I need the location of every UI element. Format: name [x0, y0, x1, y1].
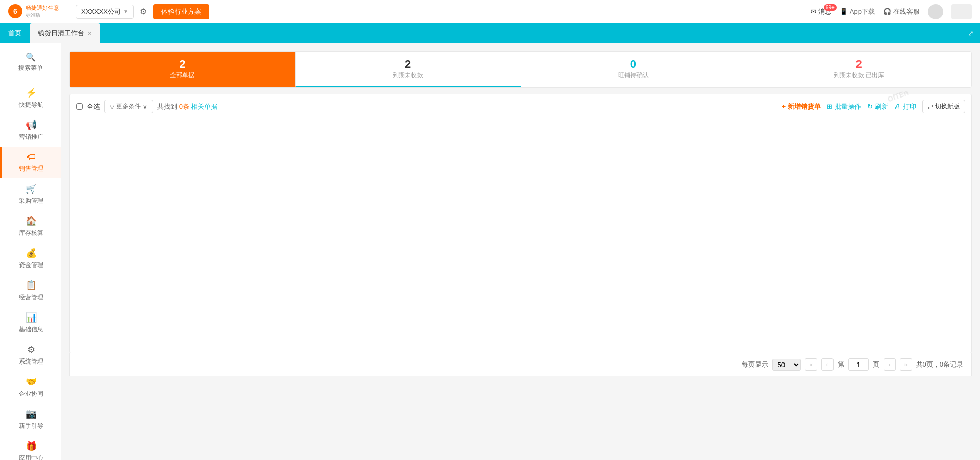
- chevron-down-icon: ▼: [123, 9, 128, 14]
- jichu-icon: 📊: [26, 312, 37, 323]
- switch-icon: ⇄: [928, 103, 933, 110]
- app-download-btn[interactable]: 📱 App下载: [840, 7, 875, 16]
- logo-text-block: 畅捷通好生意 标准版: [26, 4, 59, 18]
- sidebar-item-label-zijin: 资金管理: [19, 261, 43, 270]
- sidebar-item-xinshou[interactable]: 📷 新手引导: [0, 403, 61, 435]
- kuaijie-icon: ⚡: [26, 87, 37, 99]
- refresh-label: 刷新: [875, 102, 888, 111]
- sidebar-item-jichu[interactable]: 📊 基础信息: [0, 307, 61, 339]
- sidebar: 🔍 搜索菜单 ⚡ 快捷导航 📢 营销推广 🏷 销售管理 🛒 采购管理 🏠 库存核…: [0, 43, 61, 460]
- sidebar-item-kucun[interactable]: 🏠 库存核算: [0, 210, 61, 243]
- logo-icon: 6: [8, 4, 22, 18]
- found-count: 0条: [179, 103, 189, 110]
- tab-close-icon[interactable]: ✕: [87, 30, 92, 37]
- topbar-left: 6 畅捷通好生意 标准版 XXXXXX公司 ▼ ⚙ 体验行业方案: [8, 4, 209, 19]
- user-name-area[interactable]: [951, 4, 972, 19]
- sidebar-item-xitong[interactable]: ⚙ 系统管理: [0, 339, 61, 371]
- sidebar-item-qiye[interactable]: 🤝 企业协同: [0, 371, 61, 403]
- kucun-icon: 🏠: [26, 215, 37, 227]
- stat-num-all: 2: [179, 58, 185, 71]
- topbar: 6 畅捷通好生意 标准版 XXXXXX公司 ▼ ⚙ 体验行业方案 ✉ 消息 99…: [0, 0, 980, 23]
- company-selector[interactable]: XXXXXX公司 ▼: [76, 5, 134, 19]
- sidebar-item-label-yingxiao: 营销推广: [19, 133, 43, 141]
- logo-text: 畅捷通好生意: [26, 4, 59, 11]
- sidebar-item-label-kuaijie: 快捷导航: [19, 101, 43, 109]
- pagination: 每页显示 50 20 100 « ‹ 第 页 › » 共0页，0条记录: [69, 353, 972, 376]
- next-page-btn[interactable]: ›: [884, 358, 896, 371]
- first-page-btn[interactable]: «: [805, 358, 817, 371]
- tabbar: 首页 钱货日清工作台 ✕ — ⤢: [0, 23, 980, 43]
- stat-tab-all[interactable]: 2 全部单据: [70, 52, 296, 87]
- filter-chevron-icon: ∨: [143, 103, 148, 110]
- print-icon: 🖨: [894, 103, 901, 110]
- tabbar-actions: — ⤢: [957, 29, 980, 37]
- main-content: 2 全部单据 2 到期未收款 0 旺铺待确认 2 到期未收款 已出库 全选 ▽ …: [61, 43, 980, 460]
- add-label: 新增销货单: [788, 102, 821, 111]
- prev-page-btn[interactable]: ‹: [821, 358, 834, 371]
- stat-label-overdue: 到期未收款: [393, 71, 423, 80]
- sidebar-item-kuaijie[interactable]: ⚡ 快捷导航: [0, 82, 61, 114]
- online-service-icon: 🎧: [883, 8, 891, 15]
- zijin-icon: 💰: [26, 248, 37, 259]
- stat-num-overdue: 2: [405, 58, 411, 71]
- stat-tab-overdue[interactable]: 2 到期未收款: [296, 52, 521, 87]
- batch-label: 批量操作: [835, 102, 861, 111]
- stats-tabs: 2 全部单据 2 到期未收款 0 旺铺待确认 2 到期未收款 已出库: [69, 51, 972, 88]
- page-label: 第: [838, 360, 844, 369]
- sidebar-item-label-jichu: 基础信息: [19, 325, 43, 334]
- tab-maximize-btn[interactable]: ⤢: [968, 29, 974, 37]
- select-all-checkbox[interactable]: [76, 103, 83, 110]
- sidebar-item-zijin[interactable]: 💰 资金管理: [0, 243, 61, 275]
- stat-tab-shipped[interactable]: 2 到期未收款 已出库: [746, 52, 971, 87]
- stat-num-shipped: 2: [856, 58, 862, 71]
- industry-btn[interactable]: 体验行业方案: [153, 4, 209, 19]
- tab-home[interactable]: 首页: [0, 23, 30, 43]
- sidebar-item-yingyong[interactable]: 🎁 应用中心: [0, 435, 61, 460]
- switch-version-btn[interactable]: ⇄ 切换新版: [922, 100, 965, 113]
- refresh-icon: ↻: [867, 103, 873, 110]
- settings-icon[interactable]: ⚙: [140, 7, 147, 16]
- message-icon: ✉: [811, 8, 816, 15]
- stat-tab-wangpu[interactable]: 0 旺铺待确认: [521, 52, 747, 87]
- stat-label-wangpu: 旺铺待确认: [618, 71, 649, 80]
- tab-qianghuo[interactable]: 钱货日清工作台 ✕: [30, 23, 100, 43]
- page-input[interactable]: [848, 358, 869, 371]
- batch-icon: ⊞: [827, 103, 832, 110]
- sidebar-item-label-qiye: 企业协同: [19, 390, 43, 398]
- per-page-select[interactable]: 50 20 100: [772, 359, 801, 371]
- sidebar-item-label-yingyong: 应用中心: [19, 454, 43, 460]
- sidebar-item-label-jingying: 经营管理: [19, 293, 43, 302]
- sidebar-item-caigou[interactable]: 🛒 采购管理: [0, 178, 61, 210]
- company-name: XXXXXX公司: [81, 7, 121, 16]
- app-download-label: App下载: [850, 7, 875, 16]
- batch-btn[interactable]: ⊞ 批量操作: [827, 102, 861, 111]
- sidebar-search-area: 🔍 搜索菜单: [0, 43, 61, 82]
- logo-tag: 标准版: [26, 12, 59, 19]
- avatar[interactable]: [928, 4, 943, 19]
- sidebar-item-xiaoshou[interactable]: 🏷 销售管理: [0, 147, 61, 178]
- print-btn[interactable]: 🖨 打印: [894, 102, 916, 111]
- online-service-btn[interactable]: 🎧 在线客服: [883, 7, 920, 16]
- app-download-icon: 📱: [840, 8, 848, 15]
- related-records-link[interactable]: 相关单据: [191, 103, 217, 110]
- filter-label: 更多条件: [116, 102, 141, 111]
- filter-btn[interactable]: ▽ 更多条件 ∨: [104, 100, 153, 113]
- topbar-right: ✉ 消息 99+ 📱 App下载 🎧 在线客服: [811, 4, 972, 19]
- sidebar-search-btn[interactable]: 🔍 搜索菜单: [0, 47, 61, 78]
- message-badge: 99+: [824, 4, 837, 11]
- sidebar-item-yingxiao[interactable]: 📢 营销推广: [0, 114, 61, 147]
- sidebar-item-label-kucun: 库存核算: [19, 229, 43, 237]
- table-area: [69, 118, 972, 353]
- filter-icon: ▽: [110, 103, 114, 110]
- message-btn[interactable]: ✉ 消息 99+: [811, 7, 831, 16]
- sidebar-item-jingying[interactable]: 📋 经营管理: [0, 275, 61, 307]
- tab-minimize-btn[interactable]: —: [957, 29, 964, 37]
- total-info: 共0页，0条记录: [916, 360, 963, 369]
- sidebar-item-label-xitong: 系统管理: [19, 357, 43, 366]
- print-label: 打印: [903, 102, 916, 111]
- logo-area: 6 畅捷通好生意 标准版: [8, 4, 69, 18]
- add-record-btn[interactable]: + 新增销货单: [781, 102, 821, 111]
- refresh-btn[interactable]: ↻ 刷新: [867, 102, 888, 111]
- online-service-label: 在线客服: [893, 7, 920, 16]
- last-page-btn[interactable]: »: [900, 358, 912, 371]
